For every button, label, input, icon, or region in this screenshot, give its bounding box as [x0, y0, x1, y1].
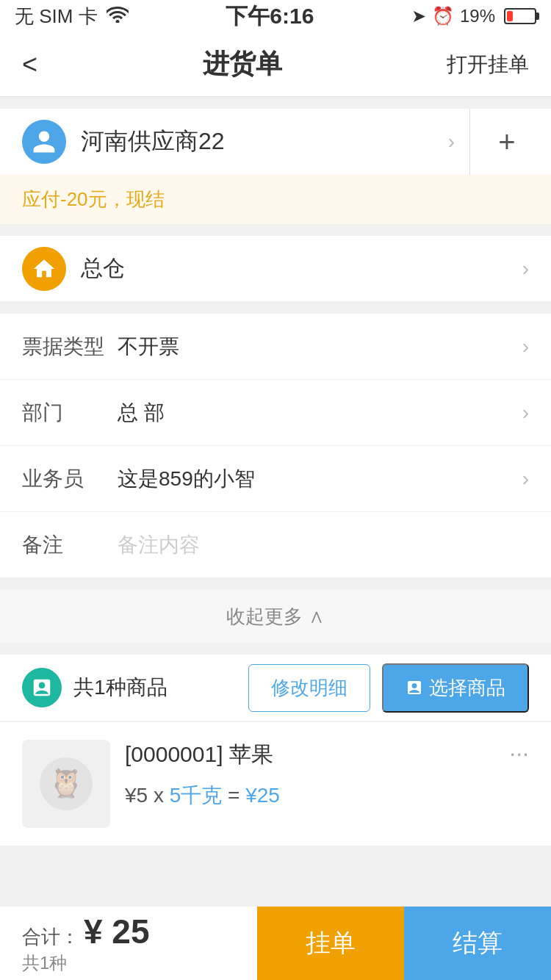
- warehouse-row[interactable]: 总仓 ›: [0, 236, 551, 302]
- top-divider: [0, 97, 551, 109]
- dept-label: 部门: [22, 399, 110, 427]
- select-product-button[interactable]: 选择商品: [382, 663, 529, 713]
- product-card: 🦉 [0000001] 苹果 ¥5 x 5千克 = ¥25 ···: [0, 722, 551, 846]
- status-bar: 无 SIM 卡 下午6:16 ➤ ⏰ 19%: [0, 0, 551, 32]
- invoice-label: 票据类型: [22, 333, 110, 361]
- staff-value: 这是859的小智: [110, 465, 522, 493]
- product-info: [0000001] 苹果 ¥5 x 5千克 = ¥25: [125, 740, 502, 810]
- wifi-icon: [107, 5, 129, 28]
- edit-detail-button[interactable]: 修改明细: [248, 664, 370, 712]
- supplier-selector[interactable]: 河南供应商22 ›: [22, 109, 470, 175]
- remark-label: 备注: [22, 531, 110, 559]
- divider-3: [0, 578, 551, 590]
- staff-chevron: ›: [522, 467, 529, 491]
- select-product-label: 选择商品: [429, 675, 505, 701]
- divider-4: [0, 643, 551, 655]
- product-icon: [22, 668, 62, 707]
- total-amount-row: 合计： ¥ 25: [22, 912, 235, 951]
- warehouse-chevron: ›: [522, 257, 529, 281]
- product-thumbnail: 🦉: [22, 740, 110, 828]
- total-price: ¥25: [245, 784, 280, 807]
- product-title: 苹果: [229, 742, 273, 766]
- staff-row[interactable]: 业务员 这是859的小智 ›: [0, 446, 551, 512]
- status-right: ➤ ⏰ 19%: [411, 6, 536, 26]
- divider-2: [0, 302, 551, 314]
- product-count: 共1种商品: [73, 674, 248, 702]
- dept-value: 总 部: [110, 399, 522, 427]
- alarm-icon: ⏰: [432, 6, 454, 26]
- total-amount: ¥ 25: [84, 912, 150, 951]
- staff-label: 业务员: [22, 465, 110, 493]
- invoice-chevron: ›: [522, 335, 529, 359]
- status-time: 下午6:16: [226, 1, 314, 32]
- add-button[interactable]: +: [485, 109, 529, 175]
- product-price-row: ¥5 x 5千克 = ¥25: [125, 782, 502, 810]
- product-name: [0000001] 苹果: [125, 740, 502, 770]
- notice-bar: 应付-20元，现结: [0, 175, 551, 224]
- page-title: 进货单: [203, 46, 282, 82]
- warehouse-name: 总仓: [81, 253, 522, 284]
- remark-input[interactable]: 备注内容: [110, 531, 529, 559]
- supplier-name: 河南供应商22: [81, 126, 448, 158]
- location-icon: ➤: [411, 6, 426, 26]
- warehouse-icon: [22, 247, 66, 291]
- battery-icon: [504, 8, 536, 24]
- product-more-button[interactable]: ···: [509, 740, 529, 767]
- dept-chevron: ›: [522, 401, 529, 425]
- product-code: [0000001]: [125, 742, 229, 766]
- notice-text: 应付-20元，现结: [22, 188, 165, 210]
- nav-bar: < 进货单 打开挂单: [0, 32, 551, 97]
- back-button[interactable]: <: [22, 49, 37, 80]
- qty-label: 5千克: [170, 784, 223, 807]
- footer: 合计： ¥ 25 共1种 挂单 结算: [0, 907, 551, 980]
- divider-1: [0, 224, 551, 236]
- hang-button[interactable]: 挂单: [257, 907, 404, 980]
- dept-row[interactable]: 部门 总 部 ›: [0, 380, 551, 446]
- supplier-section: 河南供应商22 › +: [0, 109, 551, 175]
- remark-row[interactable]: 备注 备注内容: [0, 512, 551, 578]
- open-pending-button[interactable]: 打开挂单: [447, 51, 529, 79]
- settle-button[interactable]: 结算: [404, 907, 551, 980]
- invoice-value: 不开票: [110, 333, 522, 361]
- footer-total: 合计： ¥ 25 共1种: [0, 912, 257, 975]
- equals-sign: =: [228, 784, 245, 807]
- carrier-label: 无 SIM 卡: [15, 4, 98, 29]
- collapse-row[interactable]: 收起更多 ∧: [0, 590, 551, 643]
- product-header: 共1种商品 修改明细 选择商品: [0, 655, 551, 721]
- supplier-avatar: [22, 120, 66, 164]
- invoice-row[interactable]: 票据类型 不开票 ›: [0, 314, 551, 380]
- collapse-label: 收起更多 ∧: [226, 604, 324, 630]
- total-label: 合计：: [22, 924, 79, 950]
- supplier-chevron: ›: [448, 130, 455, 154]
- unit-price: ¥5 x: [125, 784, 170, 807]
- item-count-label: 共1种: [22, 951, 235, 975]
- status-left: 无 SIM 卡: [15, 4, 129, 29]
- battery-percent: 19%: [460, 6, 495, 26]
- svg-text:🦉: 🦉: [48, 766, 84, 800]
